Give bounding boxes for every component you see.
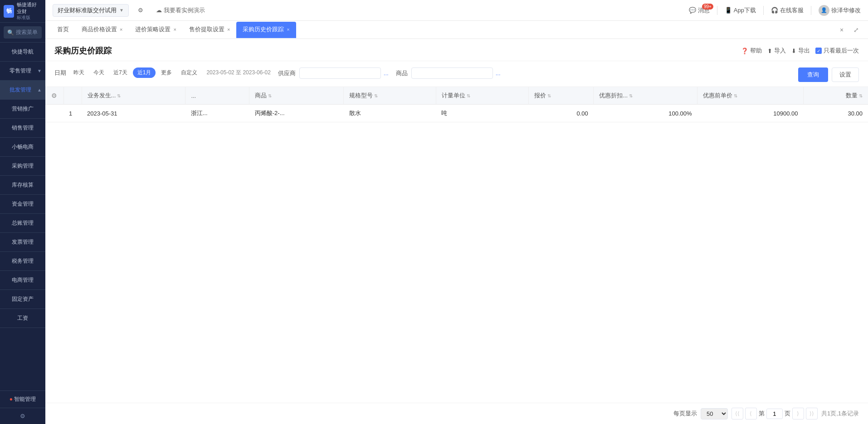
sidebar-item-wholesale[interactable]: 批发管理 ▲ xyxy=(0,81,45,100)
sidebar-item-inventory[interactable]: 库存核算 xyxy=(0,176,45,195)
page-next-btn[interactable]: ⟩ xyxy=(792,408,804,419)
search-icon: 🔍 xyxy=(7,29,14,36)
sidebar-item-tax[interactable]: 税务管理 xyxy=(0,252,45,271)
last-only-checkbox[interactable]: ✓ 只看最后一次 xyxy=(815,47,859,55)
col-unit[interactable]: 计量单位 ⇅ xyxy=(436,87,528,105)
sidebar-gear-btn[interactable]: ⚙ xyxy=(0,408,45,424)
sidebar-item-smart[interactable]: ● 智能管理 xyxy=(0,390,45,408)
page-number-input[interactable] xyxy=(766,409,783,419)
query-btn[interactable]: 查询 xyxy=(798,67,828,82)
col-goods[interactable]: 商品 ⇅ xyxy=(249,87,344,105)
sort-goods-icon: ⇅ xyxy=(268,93,272,98)
marketing-label: 营销推广 xyxy=(4,105,42,113)
date-label: 日期 xyxy=(54,69,66,77)
cell-index: 1 xyxy=(63,105,82,122)
service-label: 在线客服 xyxy=(780,6,804,14)
sidebar-item-asset[interactable]: 固定资产 xyxy=(0,290,45,309)
date-yesterday-btn[interactable]: 昨天 xyxy=(70,67,88,78)
demo-btn[interactable]: ☁ 我要看实例演示 xyxy=(156,6,205,14)
tabbar-close-btn[interactable]: × xyxy=(835,24,848,36)
date-7days-btn[interactable]: 近7天 xyxy=(110,67,131,78)
import-label: 导入 xyxy=(774,47,786,55)
export-btn[interactable]: ⬇ 导出 xyxy=(791,47,810,55)
version-selector[interactable]: 好业财标准版交付试用 ▼ xyxy=(53,4,129,17)
app-download-btn[interactable]: 📱 App下载 xyxy=(725,6,756,14)
import-btn[interactable]: ⬆ 导入 xyxy=(767,47,786,55)
sidebar-search[interactable]: 🔍 搜索菜单 xyxy=(0,23,45,43)
data-table: ⚙ 业务发生... ⇅ ... xyxy=(45,87,868,122)
tab-strategy-close[interactable]: × xyxy=(173,27,176,32)
cell-date: 2023-05-31 xyxy=(82,105,185,122)
tabbar-expand-btn[interactable]: ⤢ xyxy=(850,24,863,36)
col-quantity[interactable]: 数量 ⇅ xyxy=(804,87,868,105)
table-gear-icon[interactable]: ⚙ xyxy=(51,92,57,99)
export-icon: ⬇ xyxy=(791,48,796,54)
help-icon: ❓ xyxy=(741,48,748,54)
username: 徐泽华修改 xyxy=(831,6,861,14)
ledger-label: 总账管理 xyxy=(4,219,42,227)
date-range-display: 2023-05-02 至 2023-06-02 xyxy=(206,69,270,77)
payroll-label: 工资 xyxy=(4,314,42,322)
col-price-before[interactable]: 优惠前单价 ⇅ xyxy=(697,87,804,105)
col-discount[interactable]: 优惠折扣... ⇅ xyxy=(594,87,697,105)
date-filter-group: 日期 昨天 今天 近7天 近1月 更多 自定义 2023-05-02 至 202… xyxy=(54,67,271,78)
cell-col3: 浙江... xyxy=(185,105,249,122)
sidebar-item-sales[interactable]: 销售管理 xyxy=(0,119,45,138)
cell-price: 0.00 xyxy=(528,105,594,122)
tab-home[interactable]: 首页 xyxy=(51,22,75,38)
service-btn[interactable]: 🎧 在线客服 xyxy=(771,6,804,14)
sidebar-item-marketing[interactable]: 营销推广 xyxy=(0,100,45,119)
page-total: 共1页,1条记录 xyxy=(821,410,859,418)
sidebar-item-finance[interactable]: 资金管理 xyxy=(0,195,45,214)
sidebar-item-payroll[interactable]: 工资 xyxy=(0,309,45,328)
sidebar-item-ecom[interactable]: 电商管理 xyxy=(0,271,45,290)
sidebar-item-retail[interactable]: 零售管理 ▼ xyxy=(0,62,45,81)
cell-gear xyxy=(45,105,63,122)
page-first-btn[interactable]: ⟨⟨ xyxy=(731,408,743,419)
col-date[interactable]: 业务发生... ⇅ xyxy=(82,87,185,105)
tab-history[interactable]: 采购历史价跟踪 × xyxy=(236,22,296,38)
date-1month-btn[interactable]: 近1月 xyxy=(133,67,156,78)
message-btn[interactable]: 💬 消息 99+ xyxy=(689,6,710,14)
col-col3[interactable]: ... xyxy=(185,87,249,105)
gear-icon: ⚙ xyxy=(20,413,25,419)
table-row: 1 2023-05-31 浙江... 丙烯酸-2-... 散水 吨 0.00 1… xyxy=(45,105,868,122)
divider xyxy=(717,6,717,15)
tab-strategy[interactable]: 进价策略设置 × xyxy=(129,22,182,38)
goods-ellipsis-btn[interactable]: ... xyxy=(496,70,501,77)
sidebar-item-invoice[interactable]: 发票管理 xyxy=(0,233,45,252)
supplier-input[interactable] xyxy=(299,67,381,79)
sidebar-item-ecom-light[interactable]: 小畅电商 xyxy=(0,138,45,157)
topbar-settings-btn[interactable]: ⚙ xyxy=(134,4,147,17)
asset-label: 固定资产 xyxy=(4,295,42,303)
date-custom-btn[interactable]: 自定义 xyxy=(177,67,201,78)
per-page-select[interactable]: 50 20 100 xyxy=(701,408,728,419)
export-label: 导出 xyxy=(798,47,810,55)
col-price[interactable]: 报价 ⇅ xyxy=(528,87,594,105)
demo-label: 我要看实例演示 xyxy=(164,6,205,14)
col-gear[interactable]: ⚙ xyxy=(45,87,63,105)
date-more-btn[interactable]: 更多 xyxy=(157,67,176,78)
tab-history-close[interactable]: × xyxy=(287,27,289,32)
goods-input[interactable] xyxy=(411,67,493,79)
logo-icon: 畅 xyxy=(4,5,14,18)
help-btn[interactable]: ❓ 帮助 xyxy=(741,47,762,55)
user-menu[interactable]: 👤 徐泽华修改 xyxy=(819,5,861,16)
tab-price[interactable]: 商品价格设置 × xyxy=(75,22,129,38)
tab-price-close[interactable]: × xyxy=(120,27,122,32)
purchase-label: 采购管理 xyxy=(4,162,42,170)
page-prev-btn[interactable]: ⟨ xyxy=(745,408,757,419)
sidebar-item-purchase[interactable]: 采购管理 xyxy=(0,157,45,176)
cell-goods: 丙烯酸-2-... xyxy=(249,105,344,122)
tab-sale-price[interactable]: 售价提取设置 × xyxy=(183,22,236,38)
sidebar-item-quicknav[interactable]: 快捷导航 xyxy=(0,43,45,62)
supplier-filter-group: 供应商 ... xyxy=(278,67,389,79)
col-spec[interactable]: 规格型号 ⇅ xyxy=(344,87,436,105)
page-last-btn[interactable]: ⟩⟩ xyxy=(806,408,818,419)
finance-label: 资金管理 xyxy=(4,200,42,208)
tab-sale-price-close[interactable]: × xyxy=(227,27,230,32)
supplier-ellipsis-btn[interactable]: ... xyxy=(384,70,389,77)
date-today-btn[interactable]: 今天 xyxy=(90,67,108,78)
sidebar-item-ledger[interactable]: 总账管理 xyxy=(0,214,45,233)
settings-btn[interactable]: 设置 xyxy=(832,67,859,82)
